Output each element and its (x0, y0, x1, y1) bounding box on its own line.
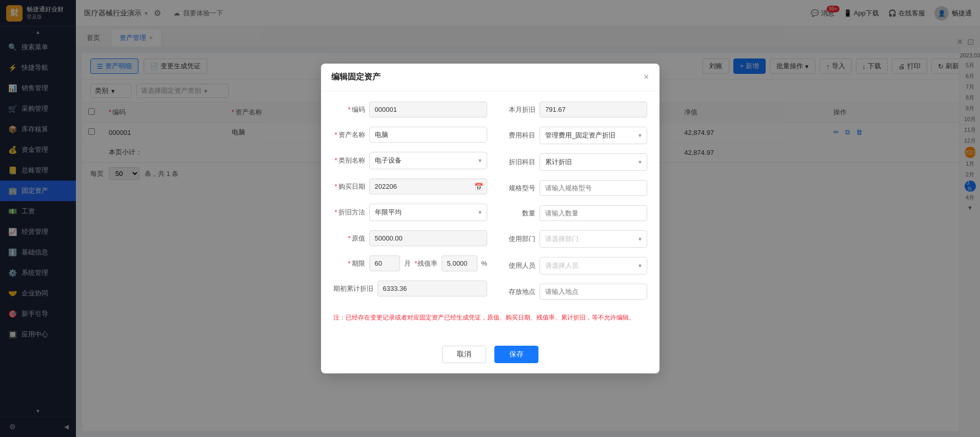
spec-label: 规格型号 (504, 184, 539, 193)
save-button[interactable]: 保存 (494, 346, 538, 363)
calendar-icon: 📅 (474, 183, 483, 191)
modal-left-col: *编码 *资产名称 *类别名称 (333, 102, 488, 309)
category-select[interactable]: 电子设备 ▾ (369, 152, 488, 169)
monthly-dep-label: 本月折旧 (504, 105, 539, 114)
dep-method-label: *折旧方法 (333, 208, 369, 217)
form-row-opening-accum-dep: 期初累计折旧 (333, 281, 488, 296)
dept-placeholder: 请选择部门 (545, 234, 578, 244)
user-select[interactable]: 请选择人员 ▾ (539, 257, 647, 274)
form-row-user: 使用人员 请选择人员 ▾ (504, 257, 647, 274)
form-row-quantity: 数量 (504, 205, 647, 221)
modal-body: *编码 *资产名称 *类别名称 (321, 91, 659, 339)
period-inline: 月 *残值率 % (369, 255, 488, 271)
modal-title: 编辑固定资产 (331, 72, 644, 83)
modal-footer: 取消 保存 (321, 340, 659, 373)
user-label: 使用人员 (504, 261, 539, 270)
expense-subject-label: 费用科目 (504, 131, 539, 140)
spec-input[interactable] (539, 180, 647, 196)
opening-accum-dep-input[interactable] (377, 281, 488, 296)
purchase-date-input[interactable] (369, 178, 488, 194)
modal-note: 注：已经存在变更记录或者对应固定资产已经生成凭证，原值、购买日期、残值率、累计折… (333, 309, 647, 329)
form-row-period: *期限 月 *残值率 % (333, 255, 488, 271)
location-input[interactable] (539, 284, 647, 300)
original-value-input[interactable] (369, 230, 488, 246)
form-row-code: *编码 (333, 102, 488, 117)
dep-method-arrow: ▾ (478, 209, 482, 216)
monthly-dep-input[interactable] (539, 102, 647, 117)
period-unit: 月 (404, 259, 411, 268)
dep-method-select[interactable]: 年限平均 ▾ (369, 204, 488, 221)
name-input[interactable] (369, 127, 488, 143)
form-row-spec: 规格型号 (504, 180, 647, 196)
period-label: *期限 (333, 259, 369, 268)
period-input[interactable] (369, 255, 400, 271)
modal-close-button[interactable]: × (644, 72, 649, 83)
category-select-arrow: ▾ (478, 157, 482, 164)
dep-method-value: 年限平均 (375, 208, 402, 217)
category-select-value: 电子设备 (375, 156, 402, 165)
dep-subject-select[interactable]: 累计折旧 ▾ (539, 153, 647, 171)
modal-form: *编码 *资产名称 *类别名称 (333, 102, 647, 309)
expense-subject-select[interactable]: 管理费用_固定资产折旧 ▾ (539, 127, 647, 144)
form-row-location: 存放地点 (504, 284, 647, 300)
form-row-category: *类别名称 电子设备 ▾ (333, 152, 488, 169)
opening-accum-dep-label: 期初累计折旧 (333, 284, 377, 293)
residual-rate-unit: % (482, 260, 488, 267)
location-label: 存放地点 (504, 287, 539, 296)
modal-right-col: 本月折旧 费用科目 管理费用_固定资产折旧 ▾ (504, 102, 647, 309)
form-row-purchase-date: *购买日期 📅 (333, 178, 488, 194)
name-label: *资产名称 (333, 130, 369, 140)
form-row-dep-subject: 折旧科目 累计折旧 ▾ (504, 153, 647, 171)
user-placeholder: 请选择人员 (545, 261, 578, 270)
purchase-date-label: *购买日期 (333, 182, 369, 191)
purchase-date-input-wrapper: 📅 (369, 178, 488, 194)
form-row-expense-subject: 费用科目 管理费用_固定资产折旧 ▾ (504, 127, 647, 144)
code-label: *编码 (333, 105, 369, 114)
residual-rate-input[interactable] (442, 255, 477, 271)
dep-subject-value: 累计折旧 (545, 157, 572, 167)
form-row-dep-method: *折旧方法 年限平均 ▾ (333, 204, 488, 221)
quantity-input[interactable] (539, 205, 647, 221)
dept-select-arrow: ▾ (638, 235, 642, 243)
form-row-monthly-dep: 本月折旧 (504, 102, 647, 117)
form-row-dept: 使用部门 请选择部门 ▾ (504, 230, 647, 248)
original-value-label: *原值 (333, 234, 369, 243)
user-select-arrow: ▾ (638, 262, 642, 269)
edit-asset-modal: 编辑固定资产 × *编码 *资产名 (321, 64, 659, 373)
residual-rate-label: *残值率 (415, 259, 437, 268)
modal-header: 编辑固定资产 × (321, 64, 659, 91)
form-row-original-value: *原值 (333, 230, 488, 246)
category-label: *类别名称 (333, 156, 369, 165)
expense-subject-value: 管理费用_固定资产折旧 (545, 131, 615, 140)
dept-select[interactable]: 请选择部门 ▾ (539, 230, 647, 248)
dep-subject-arrow: ▾ (638, 158, 642, 166)
dep-subject-label: 折旧科目 (504, 157, 539, 167)
dept-label: 使用部门 (504, 234, 539, 244)
quantity-label: 数量 (504, 209, 539, 218)
cancel-button[interactable]: 取消 (442, 346, 486, 363)
modal-overlay: 编辑固定资产 × *编码 *资产名 (0, 0, 980, 437)
form-row-name: *资产名称 (333, 127, 488, 143)
expense-subject-arrow: ▾ (638, 132, 642, 139)
code-input[interactable] (369, 102, 488, 117)
